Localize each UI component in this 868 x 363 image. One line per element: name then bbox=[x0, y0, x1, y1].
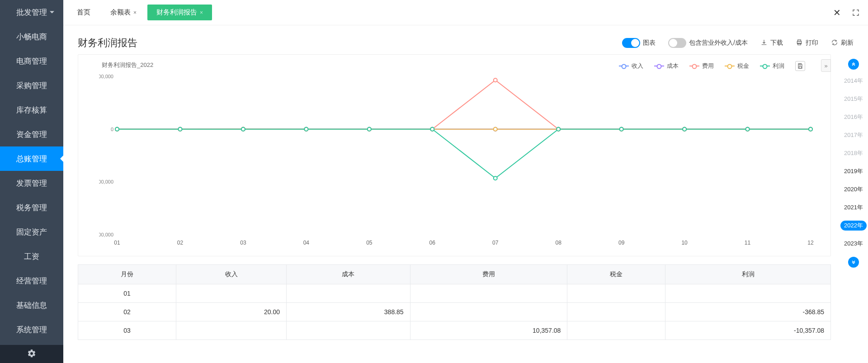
legend-item[interactable]: 费用 bbox=[689, 62, 714, 70]
gear-icon bbox=[27, 349, 36, 359]
sidebar-item-5[interactable]: 资金管理 bbox=[0, 122, 63, 146]
sidebar-item-4[interactable]: 库存核算 bbox=[0, 98, 63, 122]
svg-point-79 bbox=[746, 127, 750, 131]
svg-point-76 bbox=[557, 127, 560, 131]
collapse-chart-button[interactable]: » bbox=[821, 59, 831, 72]
table-header: 收入 bbox=[176, 265, 287, 284]
tab-label: 首页 bbox=[77, 8, 90, 17]
sidebar-item-12[interactable]: 基础信息 bbox=[0, 293, 63, 317]
svg-text:09: 09 bbox=[618, 240, 625, 246]
svg-text:01: 01 bbox=[114, 240, 120, 246]
legend-item[interactable]: 收入 bbox=[619, 62, 643, 70]
sidebar-item-0[interactable]: 批发管理 bbox=[0, 0, 63, 24]
table-row: 01 bbox=[78, 284, 831, 303]
toggle-chart[interactable]: 图表 bbox=[622, 38, 656, 48]
chart-plot: -20,000,000-10,000,000010,000,0000102030… bbox=[99, 72, 820, 248]
svg-point-70 bbox=[178, 127, 182, 131]
year-item[interactable]: 2019年 bbox=[840, 166, 867, 176]
table-row: 0310,357.08-10,357.08 bbox=[78, 321, 831, 340]
svg-text:02: 02 bbox=[177, 240, 184, 246]
table-header: 税金 bbox=[567, 265, 665, 284]
table-row: 0220.00388.85-368.85 bbox=[78, 303, 831, 321]
svg-point-75 bbox=[494, 176, 497, 180]
sidebar-item-7[interactable]: 发票管理 bbox=[0, 171, 63, 195]
svg-text:08: 08 bbox=[556, 240, 562, 246]
refresh-icon bbox=[831, 39, 838, 47]
svg-text:04: 04 bbox=[303, 240, 310, 246]
svg-text:11: 11 bbox=[745, 240, 751, 246]
year-item[interactable]: 2014年 bbox=[840, 76, 867, 86]
year-item[interactable]: 2018年 bbox=[840, 148, 867, 158]
year-down-button[interactable] bbox=[848, 257, 859, 268]
sidebar-settings[interactable] bbox=[0, 345, 63, 363]
toggle-chart-label: 图表 bbox=[643, 39, 656, 47]
year-item[interactable]: 2017年 bbox=[840, 130, 867, 140]
tab-close-icon[interactable]: × bbox=[133, 9, 137, 16]
svg-point-71 bbox=[241, 127, 245, 131]
toggle-extra[interactable]: 包含营业外收入/成本 bbox=[668, 38, 748, 48]
toolbar: 图表 包含营业外收入/成本 下载 打印 刷新 bbox=[622, 38, 854, 48]
fullscreen-icon[interactable] bbox=[852, 9, 860, 17]
year-item[interactable]: 2021年 bbox=[840, 203, 867, 212]
chart-card: 财务利润报告_2022 收入成本费用税金利润 » -20,000,000-10,… bbox=[78, 54, 831, 256]
close-icon[interactable]: ✕ bbox=[833, 7, 841, 18]
download-icon bbox=[760, 39, 768, 47]
tab-2[interactable]: 财务利润报告× bbox=[147, 5, 212, 20]
year-item[interactable]: 2023年 bbox=[840, 239, 867, 249]
sidebar-item-6[interactable]: 总账管理 bbox=[0, 146, 63, 171]
refresh-button[interactable]: 刷新 bbox=[831, 39, 854, 47]
sidebar: 批发管理小畅电商电商管理采购管理库存核算资金管理总账管理发票管理税务管理固定资产… bbox=[0, 0, 63, 363]
svg-text:03: 03 bbox=[240, 240, 246, 246]
svg-rect-1 bbox=[798, 40, 801, 41]
table-header: 利润 bbox=[665, 265, 831, 284]
year-item[interactable]: 2022年 bbox=[840, 221, 867, 231]
tab-close-icon[interactable]: × bbox=[200, 9, 203, 16]
svg-rect-2 bbox=[798, 43, 801, 45]
year-up-button[interactable] bbox=[848, 59, 859, 70]
print-icon bbox=[796, 39, 803, 47]
svg-text:10,000,000: 10,000,000 bbox=[99, 74, 113, 79]
sidebar-item-2[interactable]: 电商管理 bbox=[0, 49, 63, 73]
svg-point-69 bbox=[115, 127, 119, 131]
table-header: 月份 bbox=[78, 265, 176, 284]
svg-point-51 bbox=[494, 78, 497, 82]
year-item[interactable]: 2020年 bbox=[840, 184, 867, 194]
sidebar-item-9[interactable]: 固定资产 bbox=[0, 220, 63, 244]
sidebar-item-13[interactable]: 系统管理 bbox=[0, 317, 63, 342]
svg-point-80 bbox=[809, 127, 812, 131]
sidebar-item-8[interactable]: 税务管理 bbox=[0, 195, 63, 220]
data-table: 月份收入成本费用税金利润 010220.00388.85-368.850310,… bbox=[78, 264, 831, 340]
toggle-extra-switch[interactable] bbox=[668, 38, 686, 48]
year-rail: 2014年2015年2016年2017年2018年2019年2020年2021年… bbox=[839, 54, 868, 363]
tabs-row: 首页余额表×财务利润报告× ✕ bbox=[63, 0, 868, 25]
svg-point-72 bbox=[304, 127, 308, 131]
sidebar-item-11[interactable]: 经营管理 bbox=[0, 269, 63, 293]
tab-0[interactable]: 首页 bbox=[68, 5, 99, 20]
download-button[interactable]: 下载 bbox=[760, 39, 783, 47]
table-header: 成本 bbox=[287, 265, 410, 284]
tab-1[interactable]: 余额表× bbox=[101, 5, 146, 20]
svg-point-78 bbox=[683, 127, 686, 131]
svg-point-74 bbox=[430, 127, 434, 131]
year-item[interactable]: 2015年 bbox=[840, 94, 867, 104]
sidebar-item-1[interactable]: 小畅电商 bbox=[0, 24, 63, 49]
legend-item[interactable]: 税金 bbox=[725, 62, 749, 70]
svg-text:-10,000,000: -10,000,000 bbox=[99, 179, 113, 184]
sidebar-item-10[interactable]: 工资 bbox=[0, 244, 63, 269]
page-header: 财务利润报告 图表 包含营业外收入/成本 下载 打印 刷新 bbox=[63, 25, 868, 54]
tab-label: 财务利润报告 bbox=[156, 8, 197, 17]
toggle-extra-label: 包含营业外收入/成本 bbox=[689, 39, 748, 47]
svg-point-73 bbox=[368, 127, 371, 131]
svg-text:10: 10 bbox=[681, 240, 688, 246]
legend-item[interactable]: 利润 bbox=[760, 62, 784, 70]
toggle-chart-switch[interactable] bbox=[622, 38, 640, 48]
svg-text:0: 0 bbox=[111, 127, 113, 132]
save-chart-icon[interactable] bbox=[795, 61, 805, 71]
svg-rect-3 bbox=[799, 64, 801, 65]
sidebar-item-3[interactable]: 采购管理 bbox=[0, 73, 63, 98]
print-button[interactable]: 打印 bbox=[796, 39, 818, 47]
year-item[interactable]: 2016年 bbox=[840, 112, 867, 122]
legend-item[interactable]: 成本 bbox=[654, 62, 679, 70]
content-main: 财务利润报告_2022 收入成本费用税金利润 » -20,000,000-10,… bbox=[78, 54, 831, 363]
chart-legend: 收入成本费用税金利润 bbox=[619, 61, 805, 71]
